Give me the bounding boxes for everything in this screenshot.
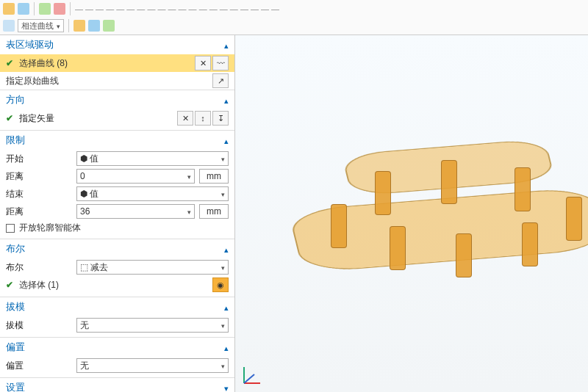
curve-icon[interactable]: 〰 xyxy=(212,56,229,70)
tool-icon[interactable] xyxy=(39,3,51,15)
orig-curve-row[interactable]: 指定原始曲线 ↗ xyxy=(0,72,234,90)
graphics-viewport[interactable]: odel1.prt 定板.prt xyxy=(235,35,588,392)
orig-curve-icon[interactable]: ↗ xyxy=(212,73,229,88)
select-curve-label: 选择曲线 (8) xyxy=(19,57,68,70)
start-type-dropdown[interactable]: ⬢ 值 xyxy=(76,151,229,166)
end-dist-input[interactable]: 36 xyxy=(76,204,195,219)
tool-icon[interactable] xyxy=(103,20,115,32)
open-profile-label: 开放轮廓智能体 xyxy=(19,222,81,234)
model-preview xyxy=(294,87,588,322)
tool-icon[interactable] xyxy=(18,3,29,15)
section-draft-header[interactable]: 拔模 xyxy=(0,297,234,316)
tool-icon[interactable] xyxy=(3,20,15,32)
unit-label[interactable]: mm xyxy=(199,169,229,184)
tool-icon[interactable] xyxy=(74,20,85,32)
vector-picker-icon[interactable]: ✕ xyxy=(177,111,193,126)
end-type-dropdown[interactable]: ⬢ 值 xyxy=(76,186,229,201)
section-region-header[interactable]: 表区域驱动 xyxy=(0,35,234,54)
section-offset-header[interactable]: 偏置 xyxy=(0,337,234,357)
main-area: 表区域驱动 ✔ 选择曲线 (8) ✕ 〰 指定原始曲线 ↗ 方向 xyxy=(0,35,588,392)
offset-label: 偏置 xyxy=(6,360,72,372)
sketch-icon[interactable]: ✕ xyxy=(195,56,211,70)
toolbar-row-2: 相连曲线 xyxy=(0,18,588,35)
vector-reverse-icon[interactable]: ↧ xyxy=(212,111,229,126)
start-dist-label: 距离 xyxy=(6,170,72,183)
section-limits-header[interactable]: 限制 xyxy=(0,130,234,150)
boolean-dropdown[interactable]: ⬚ 减去 xyxy=(76,260,229,275)
tool-icon[interactable] xyxy=(3,3,15,15)
check-icon: ✔ xyxy=(6,113,13,123)
toolbar-row-1: — — — — — — — — — — — — — — — — — — — — xyxy=(0,0,588,18)
offset-dropdown[interactable]: 无 xyxy=(76,358,229,373)
section-boolean-header[interactable]: 布尔 xyxy=(0,239,234,258)
svg-line-2 xyxy=(244,374,254,383)
vector-axis-icon[interactable]: ↕ xyxy=(195,111,211,126)
check-icon: ✔ xyxy=(6,58,13,68)
unit-label[interactable]: mm xyxy=(199,204,229,219)
curve-mode-dropdown[interactable]: 相连曲线 xyxy=(18,19,64,32)
end-dist-label: 距离 xyxy=(6,206,72,218)
select-curve-row[interactable]: ✔ 选择曲线 (8) ✕ 〰 xyxy=(0,54,234,72)
section-direction-header[interactable]: 方向 xyxy=(0,90,234,109)
section-settings-header[interactable]: 设置 xyxy=(0,377,234,392)
end-label: 结束 xyxy=(6,188,72,200)
select-body-label: 选择体 (1) xyxy=(19,279,59,291)
draft-dropdown[interactable]: 无 xyxy=(76,318,229,333)
boolean-label: 布尔 xyxy=(6,261,72,274)
tool-icon[interactable] xyxy=(88,20,100,32)
open-profile-checkbox[interactable] xyxy=(6,224,15,233)
body-icon[interactable]: ◉ xyxy=(212,277,229,292)
toolbar-area: — — — — — — — — — — — — — — — — — — — — … xyxy=(0,0,588,35)
app-root: — — — — — — — — — — — — — — — — — — — — … xyxy=(0,0,588,392)
extrude-dialog: 表区域驱动 ✔ 选择曲线 (8) ✕ 〰 指定原始曲线 ↗ 方向 xyxy=(0,35,235,392)
view-triad-icon xyxy=(238,360,268,389)
draft-label: 拔模 xyxy=(6,319,72,332)
tool-icon[interactable] xyxy=(54,3,65,15)
orig-curve-label: 指定原始曲线 xyxy=(6,75,59,87)
vector-label: 指定矢量 xyxy=(19,112,85,125)
start-label: 开始 xyxy=(6,153,72,165)
check-icon: ✔ xyxy=(6,280,13,290)
start-dist-input[interactable]: 0 xyxy=(76,169,195,184)
